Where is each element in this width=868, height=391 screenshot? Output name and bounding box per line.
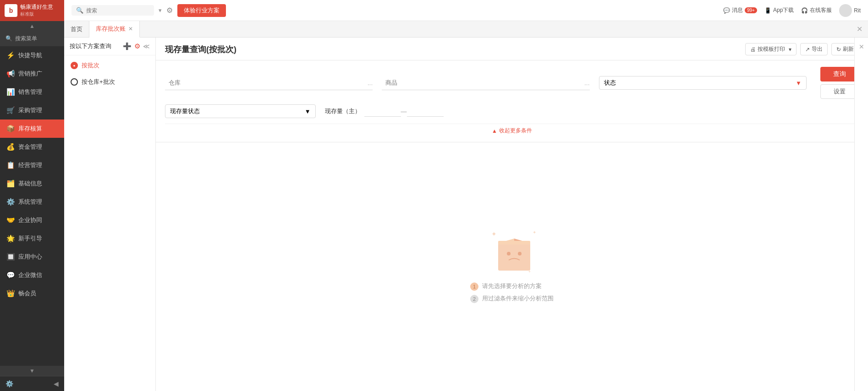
online-service-btn[interactable]: 🎧 在线客服 <box>801 6 832 14</box>
scheme-label-by-warehouse-batch: 按仓库+批次 <box>82 78 115 86</box>
scheme-item-by-warehouse-batch[interactable]: 按仓库+批次 <box>64 74 155 90</box>
topbar-search-input[interactable] <box>86 7 149 14</box>
empty-svg: ✦ ✦ ✦ <box>489 227 544 277</box>
empty-tips: 1 请先选择要分析的方案 2 用过滤条件来缩小分析范围 <box>470 282 554 307</box>
inventory-qty-label: 现存量（主） <box>325 107 361 115</box>
sidebar-item-member[interactable]: 👑 畅会员 <box>0 284 64 303</box>
tab-inventory-batch[interactable]: 库存批次账 ✕ <box>89 21 140 38</box>
filter-settings-btn[interactable]: 设置 <box>820 84 859 99</box>
sidebar-item-label: 采购管理 <box>18 106 42 114</box>
sidebar-item-label: 企业微信 <box>18 271 42 279</box>
sidebar-search-btn[interactable]: 🔍 搜索菜单 <box>0 31 64 46</box>
svg-point-5 <box>518 252 522 255</box>
svg-text:✦: ✦ <box>533 230 536 235</box>
topbar: 🔍 ▾ ⚙ 体验行业方案 💬 消息 99+ 📱 App下载 🎧 在线客服 <box>64 0 868 21</box>
collapse-more-btn[interactable]: ▲ 收起更多条件 <box>165 124 859 137</box>
sidebar-item-guide[interactable]: 🌟 新手引导 <box>0 229 64 248</box>
sidebar-item-operations[interactable]: 📋 经营管理 <box>0 156 64 174</box>
settings-topbar-btn[interactable]: ⚙ <box>166 6 173 15</box>
refresh-btn-label: 刷新 <box>843 45 854 53</box>
inventory-qty-to-input[interactable] <box>407 106 444 117</box>
filter-actions: 查询 设置 <box>820 67 859 99</box>
sidebar-item-label: 库存核算 <box>18 125 42 133</box>
app-version: 标准版 <box>20 11 53 17</box>
sidebar-item-label: 企业协同 <box>18 216 42 224</box>
enterprise-icon: 🤝 <box>6 216 15 224</box>
right-close-icon[interactable]: ✕ <box>859 43 864 50</box>
sidebar-item-system[interactable]: ⚙️ 系统管理 <box>0 193 64 211</box>
app-name: 畅康通好生意 <box>20 4 53 11</box>
collapse-scheme-btn[interactable]: ≪ <box>143 42 150 50</box>
sidebar-nav: ⚡ 快捷导航 📢 营销推广 📊 销售管理 🛒 采购管理 📦 库存核算 💰 资金管… <box>0 46 64 366</box>
user-name: Rit <box>854 7 861 14</box>
filter-area: ... ... 状态 ▼ <box>156 60 868 142</box>
warehouse-input[interactable] <box>165 77 366 88</box>
search-icon: 🔍 <box>5 35 12 42</box>
app-logo: b <box>5 4 17 17</box>
warehouse-dots-icon[interactable]: ... <box>368 79 373 87</box>
industry-btn[interactable]: 体验行业方案 <box>177 4 226 17</box>
sidebar-item-sales[interactable]: 📊 销售管理 <box>0 83 64 101</box>
user-avatar-area[interactable]: Rit <box>839 4 861 17</box>
collapse-sidebar-icon[interactable]: ◀ <box>54 380 59 387</box>
add-scheme-btn[interactable]: ➕ <box>123 42 132 50</box>
sidebar-item-enterprise[interactable]: 🤝 企业协同 <box>0 211 64 229</box>
page-title: 现存量查询(按批次) <box>165 44 236 55</box>
sidebar-header: b 畅康通好生意 标准版 <box>0 0 64 21</box>
sidebar-item-label: 销售管理 <box>18 88 42 96</box>
collapse-icon: ▲ <box>492 128 497 134</box>
empty-illustration: ✦ ✦ ✦ <box>489 227 535 273</box>
app-download-btn[interactable]: 📱 App下载 <box>764 6 794 14</box>
sidebar-item-basics[interactable]: 🗂️ 基础信息 <box>0 174 64 193</box>
product-input[interactable] <box>382 77 582 88</box>
finance-icon: 💰 <box>6 143 15 151</box>
inventory-status-text: 现存量状态 <box>170 107 200 115</box>
tab-home[interactable]: 首页 <box>64 21 89 38</box>
query-btn[interactable]: 查询 <box>820 67 859 81</box>
scheme-item-by-batch[interactable]: ● 按批次 <box>64 57 155 74</box>
scheme-dot-by-warehouse-batch <box>71 78 78 86</box>
scheme-header-left: 按以下方案查询 <box>70 42 111 50</box>
online-service-label: 在线客服 <box>810 6 832 14</box>
tab-bar-close-icon[interactable]: ✕ <box>857 25 863 33</box>
member-icon: 👑 <box>6 289 15 298</box>
topbar-search-area[interactable]: 🔍 <box>71 5 154 16</box>
sidebar-item-marketing[interactable]: 📢 营销推广 <box>0 65 64 83</box>
scheme-settings-btn[interactable]: ⚙ <box>134 42 140 50</box>
dropdown-arrow-icon[interactable]: ▾ <box>159 7 162 14</box>
sidebar-item-purchase[interactable]: 🛒 采购管理 <box>0 101 64 119</box>
print-btn[interactable]: 🖨 按模板打印 ▾ <box>745 43 797 55</box>
product-dots-icon[interactable]: ... <box>584 79 590 87</box>
sidebar-scroll-up[interactable]: ▲ <box>0 21 64 31</box>
empty-tip-2: 2 用过滤条件来缩小分析范围 <box>470 294 554 303</box>
sidebar-item-label: 基础信息 <box>18 179 42 188</box>
phone-icon: 📱 <box>764 7 771 14</box>
basics-icon: 🗂️ <box>6 179 15 188</box>
tab-close-icon[interactable]: ✕ <box>128 26 133 32</box>
inventory-status-select[interactable]: 现存量状态 ▼ <box>165 104 316 118</box>
sidebar-item-label: 畅会员 <box>18 289 36 298</box>
status-select[interactable]: 状态 ▼ <box>599 76 807 90</box>
sales-icon: 📊 <box>6 88 15 96</box>
export-btn[interactable]: ↗ 导出 <box>800 43 828 55</box>
sidebar-scroll-down[interactable]: ▼ <box>0 366 64 376</box>
message-icon: 💬 <box>723 7 730 14</box>
sidebar-item-finance[interactable]: 💰 资金管理 <box>0 138 64 156</box>
service-icon: 🎧 <box>801 7 808 14</box>
inventory-qty-from-input[interactable] <box>364 106 401 117</box>
tip-num-2: 2 <box>470 295 478 303</box>
topbar-search-icon: 🔍 <box>76 7 83 14</box>
svg-point-4 <box>507 252 511 255</box>
messages-btn[interactable]: 💬 消息 99+ <box>723 6 757 14</box>
inventory-qty-filter-item: 现存量（主） — <box>325 106 626 117</box>
quick-nav-icon: ⚡ <box>6 51 15 60</box>
sidebar-item-app-center[interactable]: 🔲 应用中心 <box>0 248 64 266</box>
topbar-right: 💬 消息 99+ 📱 App下载 🎧 在线客服 Rit <box>723 4 861 17</box>
sidebar-item-quick-nav[interactable]: ⚡ 快捷导航 <box>0 46 64 65</box>
sidebar-item-inventory[interactable]: 📦 库存核算 <box>0 119 64 138</box>
sidebar-item-label: 应用中心 <box>18 253 42 261</box>
settings-footer-icon[interactable]: ⚙️ <box>5 380 13 387</box>
refresh-icon: ↻ <box>836 46 841 53</box>
print-dropdown-icon[interactable]: ▾ <box>789 46 791 53</box>
sidebar-item-wechat[interactable]: 💬 企业微信 <box>0 266 64 284</box>
